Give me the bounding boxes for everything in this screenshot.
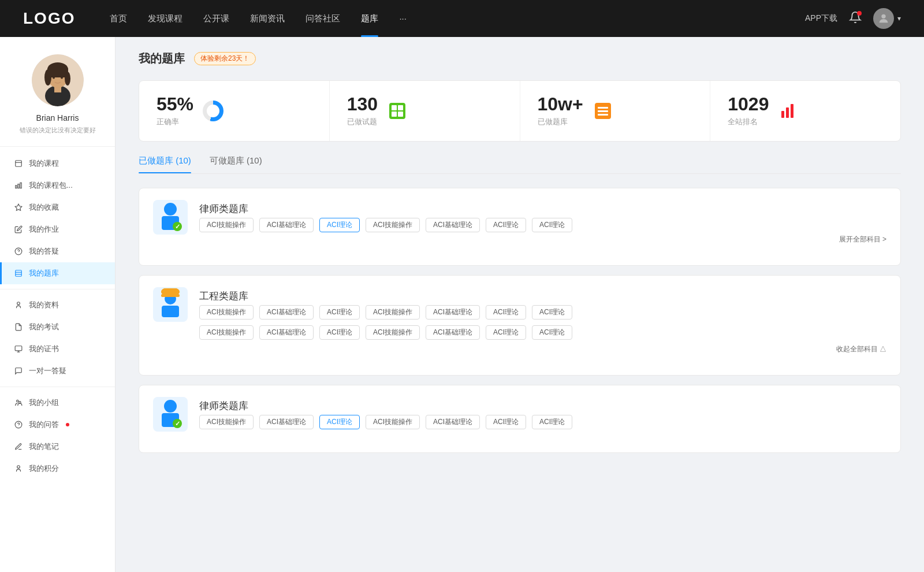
- nav-home[interactable]: 首页: [110, 13, 127, 24]
- svg-text:✓: ✓: [175, 223, 180, 230]
- sidebar-item-my-qa[interactable]: 我的答疑: [0, 240, 115, 262]
- tag-2b-2[interactable]: ACI基础理论: [259, 325, 314, 340]
- bank-card-engineer: 工程类题库 ACI技能操作 ACI基础理论 ACI理论 ACI技能操作 ACI基…: [139, 275, 901, 376]
- sidebar-label-my-cert: 我的证书: [29, 344, 59, 354]
- nav-right: APP下载 ▾: [805, 8, 901, 29]
- sidebar-item-one-on-one[interactable]: 一对一答疑: [0, 360, 115, 382]
- stat-done-banks-label: 已做题库: [538, 117, 583, 127]
- trial-badge: 体验剩余23天！: [194, 52, 256, 65]
- engineer-icon-svg: [156, 288, 185, 321]
- tags-row-2b: ACI技能操作 ACI基础理论 ACI理论 ACI技能操作 ACI基础理论 AC…: [199, 325, 886, 340]
- sidebar-item-my-profile[interactable]: 我的资料: [0, 294, 115, 316]
- sidebar-label-my-package: 我的课程包...: [29, 180, 73, 191]
- tag-2-7[interactable]: ACI理论: [532, 305, 572, 320]
- sidebar-label-my-course: 我的课程: [29, 158, 59, 169]
- red-chart-icon: [780, 103, 796, 119]
- notification-bell[interactable]: [849, 11, 862, 26]
- collapse-link-2[interactable]: 收起全部科目 △: [199, 340, 886, 354]
- orange-list-icon: [595, 103, 611, 119]
- tags-section-3: 律师类题库 ACI技能操作 ACI基础理论 ACI理论 ACI技能操作 ACI基…: [199, 397, 886, 429]
- tab-done-banks[interactable]: 已做题库 (10): [139, 155, 191, 173]
- nav-news[interactable]: 新闻资讯: [250, 13, 285, 24]
- nav-open-course[interactable]: 公开课: [203, 13, 229, 24]
- tag-2b-5[interactable]: ACI基础理论: [426, 325, 480, 340]
- tag-2b-4[interactable]: ACI技能操作: [366, 325, 420, 340]
- tag-3-5[interactable]: ACI基础理论: [426, 415, 480, 429]
- tags-section-2: 工程类题库 ACI技能操作 ACI基础理论 ACI理论 ACI技能操作 ACI基…: [199, 287, 886, 354]
- tag-3-2[interactable]: ACI基础理论: [259, 415, 314, 429]
- tag-1-4[interactable]: ACI技能操作: [366, 218, 420, 232]
- tag-2b-1[interactable]: ACI技能操作: [199, 325, 254, 340]
- donut-chart: [203, 101, 223, 121]
- bank-card-header-1: ✓ 律师类题库 ACI技能操作 ACI基础理论 ACI理论 ACI技能操作 AC…: [153, 200, 886, 244]
- tag-3-6[interactable]: ACI理论: [486, 415, 526, 429]
- sidebar-item-my-homework[interactable]: 我的作业: [0, 218, 115, 240]
- user-name: Brian Harris: [36, 113, 79, 122]
- tag-1-2[interactable]: ACI基础理论: [259, 218, 314, 232]
- stat-done-banks-text: 10w+ 已做题库: [538, 95, 583, 127]
- svg-point-22: [17, 302, 20, 305]
- stat-accuracy: 55% 正确率: [139, 81, 330, 141]
- tag-3-1[interactable]: ACI技能操作: [199, 415, 254, 429]
- svg-rect-19: [16, 270, 22, 277]
- tag-3-4[interactable]: ACI技能操作: [366, 415, 420, 429]
- tag-1-3[interactable]: ACI理论: [319, 218, 360, 232]
- file-icon: [14, 159, 23, 168]
- stat-done-questions-text: 130 已做试题: [347, 95, 378, 127]
- tag-2-4[interactable]: ACI技能操作: [366, 305, 420, 320]
- sidebar-item-my-cert[interactable]: 我的证书: [0, 338, 115, 360]
- user-icon: [14, 300, 23, 310]
- sidebar-item-my-group[interactable]: 我的小组: [0, 392, 115, 414]
- notes-icon: [14, 442, 23, 451]
- tag-2-3[interactable]: ACI理论: [319, 305, 360, 320]
- stat-done-banks: 10w+ 已做题库: [520, 81, 711, 141]
- svg-point-10: [61, 76, 63, 79]
- app-download-button[interactable]: APP下载: [805, 13, 837, 24]
- main-layout: Brian Harris 错误的决定比没有决定要好 我的课程 我的课程包...: [0, 37, 924, 572]
- tag-3-3[interactable]: ACI理论: [319, 415, 360, 429]
- bank-card-lawyer-1: ✓ 律师类题库 ACI技能操作 ACI基础理论 ACI理论 ACI技能操作 AC…: [139, 188, 901, 266]
- nav-discover[interactable]: 发现课程: [148, 13, 182, 24]
- tag-2-1[interactable]: ACI技能操作: [199, 305, 254, 320]
- tabs-row: 已做题库 (10) 可做题库 (10): [139, 155, 901, 174]
- logo[interactable]: LOGO: [23, 9, 75, 28]
- tag-2b-7[interactable]: ACI理论: [532, 325, 572, 340]
- nav-more[interactable]: ···: [399, 13, 407, 24]
- nav-qa[interactable]: 问答社区: [305, 13, 340, 24]
- tag-2-2[interactable]: ACI基础理论: [259, 305, 314, 320]
- tag-2-5[interactable]: ACI基础理论: [426, 305, 480, 320]
- tag-2b-3[interactable]: ACI理论: [319, 325, 360, 340]
- tag-1-7[interactable]: ACI理论: [532, 218, 572, 232]
- tab-available-banks[interactable]: 可做题库 (10): [210, 155, 262, 173]
- svg-point-30: [17, 466, 20, 469]
- expand-link-1[interactable]: 展开全部科目 >: [199, 232, 886, 244]
- user-avatar-wrapper[interactable]: ▾: [873, 8, 901, 29]
- stat-accuracy-value: 55%: [157, 95, 193, 113]
- tags-row-3: ACI技能操作 ACI基础理论 ACI理论 ACI技能操作 ACI基础理论 AC…: [199, 415, 886, 429]
- bank-card-header-2: 工程类题库 ACI技能操作 ACI基础理论 ACI理论 ACI技能操作 ACI基…: [153, 287, 886, 354]
- tag-1-1[interactable]: ACI技能操作: [199, 218, 254, 232]
- sidebar-item-my-bank[interactable]: 我的题库: [0, 262, 115, 284]
- lawyer-icon-svg-2: ✓: [156, 398, 185, 430]
- sidebar-label-my-homework: 我的作业: [29, 224, 59, 235]
- points-icon: [14, 464, 23, 473]
- lawyer-icon-svg: ✓: [156, 201, 185, 233]
- sidebar-item-my-course[interactable]: 我的课程: [0, 153, 115, 174]
- tags-row-1: ACI技能操作 ACI基础理论 ACI理论 ACI技能操作 ACI基础理论 AC…: [199, 218, 886, 232]
- sidebar-item-my-questions[interactable]: 我的问答: [0, 414, 115, 436]
- tag-3-7[interactable]: ACI理论: [532, 415, 572, 429]
- group-icon: [14, 398, 23, 407]
- svg-rect-38: [161, 294, 180, 297]
- sidebar-item-my-exam[interactable]: 我的考试: [0, 316, 115, 338]
- sidebar-item-my-favorites[interactable]: 我的收藏: [0, 196, 115, 218]
- green-grid-icon: [389, 103, 405, 119]
- tag-1-5[interactable]: ACI基础理论: [426, 218, 480, 232]
- nav-question-bank[interactable]: 题库: [361, 13, 378, 24]
- tag-2-6[interactable]: ACI理论: [486, 305, 526, 320]
- sidebar-item-my-points[interactable]: 我的积分: [0, 458, 115, 480]
- sidebar-divider-1: [0, 289, 115, 289]
- sidebar-item-my-package[interactable]: 我的课程包...: [0, 174, 115, 196]
- tag-2b-6[interactable]: ACI理论: [486, 325, 526, 340]
- tag-1-6[interactable]: ACI理论: [486, 218, 526, 232]
- sidebar-item-my-notes[interactable]: 我的笔记: [0, 436, 115, 458]
